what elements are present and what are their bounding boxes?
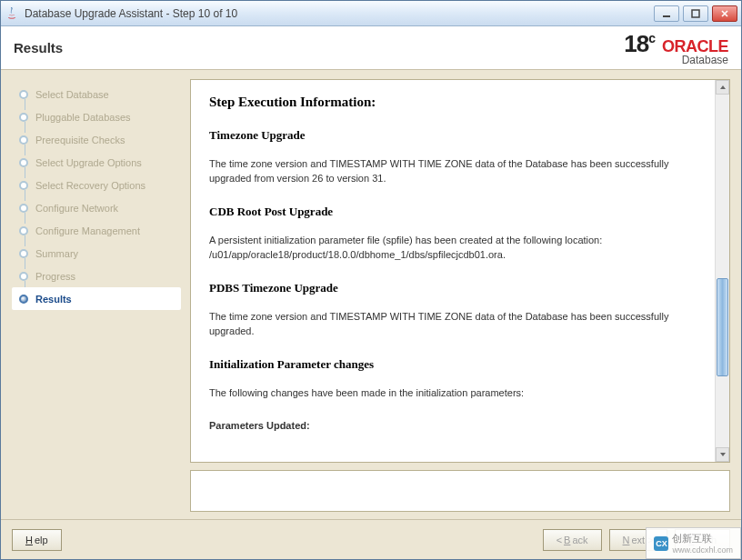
back-button[interactable]: < Back xyxy=(543,529,602,551)
section-heading-cdb: CDB Root Post Upgrade xyxy=(209,205,697,219)
section-heading-pdbs: PDBS Timezone Upgrade xyxy=(209,281,697,295)
watermark-logo-icon: CX xyxy=(654,536,668,551)
section-body-timezone: The time zone version and TIMESTAMP WITH… xyxy=(209,157,697,186)
lower-panel xyxy=(190,470,730,512)
sidebar-item-progress[interactable]: Progress xyxy=(12,265,181,287)
java-icon xyxy=(5,6,19,21)
section-body-cdb: A persistent initialization parameter fi… xyxy=(209,234,697,263)
content-scroll: Step Execution Information: Timezone Upg… xyxy=(191,80,715,462)
watermark-text: 创新互联 xyxy=(672,532,733,545)
scroll-down-button[interactable] xyxy=(716,447,729,462)
app-window: Database Upgrade Assistant - Step 10 of … xyxy=(0,0,742,560)
window-title: Database Upgrade Assistant - Step 10 of … xyxy=(25,7,654,20)
section-body-pdbs: The time zone version and TIMESTAMP WITH… xyxy=(209,310,697,339)
sidebar-item-select-database[interactable]: Select Database xyxy=(12,83,181,105)
section-heading-init: Initialization Parameter changes xyxy=(209,357,697,372)
sidebar-item-summary[interactable]: Summary xyxy=(12,242,181,265)
content-panel: Step Execution Information: Timezone Upg… xyxy=(190,79,730,463)
maximize-button[interactable] xyxy=(683,5,708,22)
section-heading-timezone: Timezone Upgrade xyxy=(209,128,697,143)
svg-rect-1 xyxy=(692,10,699,17)
watermark-sub: www.cdcxhl.com xyxy=(672,545,733,555)
oracle-brand-text: ORACLE xyxy=(662,38,728,55)
section-body-init: The following changes have been made in … xyxy=(209,386,697,401)
content-wrap: Step Execution Information: Timezone Upg… xyxy=(190,79,730,512)
sidebar-item-results[interactable]: Results xyxy=(12,287,181,310)
product-logo: 18c ORACLE Database xyxy=(624,30,728,65)
sidebar-item-pluggable-databases[interactable]: Pluggable Databases xyxy=(12,105,181,128)
section-sub-init: Parameters Updated: xyxy=(209,419,697,434)
content-main-heading: Step Execution Information: xyxy=(209,95,697,110)
watermark: CX 创新互联 www.cdcxhl.com xyxy=(646,527,741,559)
sidebar-item-configure-network[interactable]: Configure Network xyxy=(12,196,181,219)
sidebar-item-prerequisite-checks[interactable]: Prerequisite Checks xyxy=(12,128,181,151)
content-scrollbar[interactable] xyxy=(715,80,729,462)
minimize-button[interactable] xyxy=(654,5,679,22)
svg-rect-0 xyxy=(663,15,670,17)
page-title: Results xyxy=(14,40,624,55)
sidebar-item-configure-management[interactable]: Configure Management xyxy=(12,219,181,242)
sidebar-item-select-recovery-options[interactable]: Select Recovery Options xyxy=(12,174,181,196)
body-area: Select Database Pluggable Databases Prer… xyxy=(1,70,741,519)
header: Results 18c ORACLE Database xyxy=(1,26,741,70)
sidebar-item-select-upgrade-options[interactable]: Select Upgrade Options xyxy=(12,151,181,174)
scroll-up-button[interactable] xyxy=(716,80,729,95)
titlebar: Database Upgrade Assistant - Step 10 of … xyxy=(1,1,741,26)
footer: Help < Back Next > Finish xyxy=(1,519,741,559)
scroll-thumb[interactable] xyxy=(717,278,728,377)
window-controls xyxy=(654,5,737,22)
oracle-product-text: Database xyxy=(682,55,728,65)
scroll-track[interactable] xyxy=(716,95,729,447)
help-button[interactable]: Help xyxy=(12,529,62,551)
sidebar: Select Database Pluggable Databases Prer… xyxy=(12,79,181,512)
close-button[interactable] xyxy=(712,5,737,22)
